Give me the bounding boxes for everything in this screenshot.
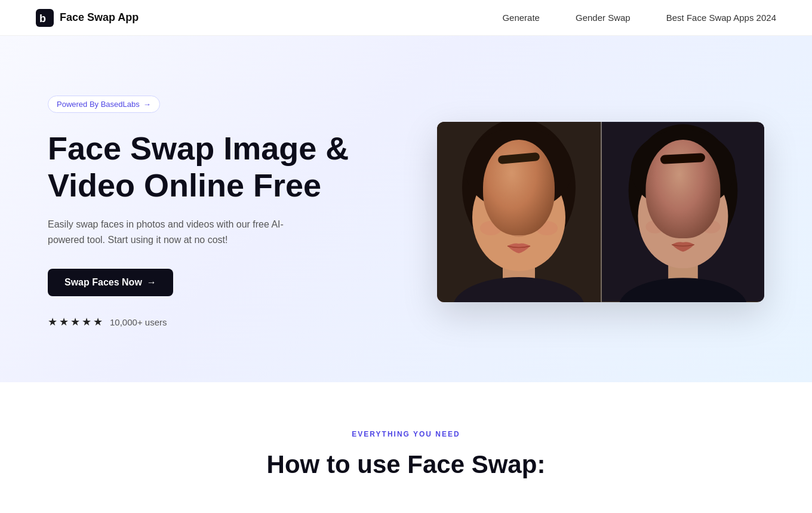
svg-point-16 <box>536 221 558 235</box>
star-5: ★ <box>93 315 103 328</box>
original-face-svg <box>437 122 601 302</box>
users-count: 10,000+ users <box>110 317 167 327</box>
hero-title-line2: Video Online Free <box>48 167 321 203</box>
nav-item-gender-swap[interactable]: Gender Swap <box>576 13 630 23</box>
social-proof: ★ ★ ★ ★ ★ 10,000+ users <box>48 315 382 328</box>
svg-point-32 <box>702 220 721 234</box>
svg-point-8 <box>496 211 507 221</box>
svg-point-28 <box>695 211 705 220</box>
svg-text:b: b <box>39 13 46 24</box>
star-rating: ★ ★ ★ ★ ★ <box>48 315 103 328</box>
svg-point-31 <box>645 220 665 234</box>
badge-text: Powered By BasedLabs <box>57 100 140 109</box>
nav-link-gender-swap[interactable]: Gender Swap <box>576 13 630 23</box>
svg-point-9 <box>499 213 505 219</box>
logo-link[interactable]: b Face Swap App <box>36 9 139 27</box>
logo-text: Face Swap App <box>60 11 139 24</box>
cta-button[interactable]: Swap Faces Now → <box>48 269 173 296</box>
star-3: ★ <box>70 315 80 328</box>
svg-point-22 <box>631 130 736 210</box>
svg-point-26 <box>666 213 669 215</box>
nav-link-best-apps[interactable]: Best Face Swap Apps 2024 <box>666 13 776 23</box>
original-face <box>437 122 601 302</box>
svg-point-12 <box>531 211 542 221</box>
svg-point-24 <box>661 211 671 220</box>
face-swap-preview <box>437 122 764 302</box>
svg-point-14 <box>537 213 539 216</box>
star-2: ★ <box>59 315 69 328</box>
svg-point-25 <box>663 212 669 218</box>
svg-point-30 <box>700 213 703 215</box>
star-1: ★ <box>48 315 57 328</box>
nav-item-best-apps[interactable]: Best Face Swap Apps 2024 <box>666 13 776 23</box>
svg-point-23 <box>658 210 673 220</box>
section-title: How to use Face Swap: <box>48 450 764 479</box>
hero-section: Powered By BasedLabs → Face Swap Image &… <box>0 36 812 382</box>
cta-arrow: → <box>147 277 156 288</box>
badge-arrow: → <box>143 100 151 109</box>
svg-point-10 <box>502 213 505 216</box>
svg-point-27 <box>693 210 708 220</box>
svg-point-5 <box>472 164 565 271</box>
svg-point-7 <box>493 211 510 222</box>
svg-point-21 <box>638 164 728 269</box>
swapped-face <box>601 122 764 302</box>
hero-title: Face Swap Image & Video Online Free <box>48 130 382 204</box>
nav-links: Generate Gender Swap Best Face Swap Apps… <box>502 13 776 23</box>
svg-point-13 <box>533 213 539 219</box>
nav-link-generate[interactable]: Generate <box>502 13 540 23</box>
powered-badge[interactable]: Powered By BasedLabs → <box>48 96 160 113</box>
svg-point-6 <box>465 128 573 211</box>
how-to-section: EVERYTHING YOU NEED How to use Face Swap… <box>0 382 812 513</box>
swapped-face-svg <box>602 122 764 302</box>
star-4: ★ <box>82 315 91 328</box>
cta-label: Swap Faces Now <box>64 277 142 288</box>
hero-subtitle: Easily swap faces in photos and videos w… <box>48 217 310 247</box>
hero-title-line1: Face Swap Image & <box>48 130 349 166</box>
nav-item-generate[interactable]: Generate <box>502 13 540 23</box>
svg-point-11 <box>528 211 545 222</box>
svg-point-29 <box>697 212 703 218</box>
navbar: b Face Swap App Generate Gender Swap Bes… <box>0 0 812 36</box>
hero-left: Powered By BasedLabs → Face Swap Image &… <box>48 96 382 328</box>
hero-right <box>382 122 764 302</box>
section-eyebrow: EVERYTHING YOU NEED <box>48 430 764 438</box>
svg-point-15 <box>480 221 502 235</box>
logo-icon: b <box>36 9 54 27</box>
